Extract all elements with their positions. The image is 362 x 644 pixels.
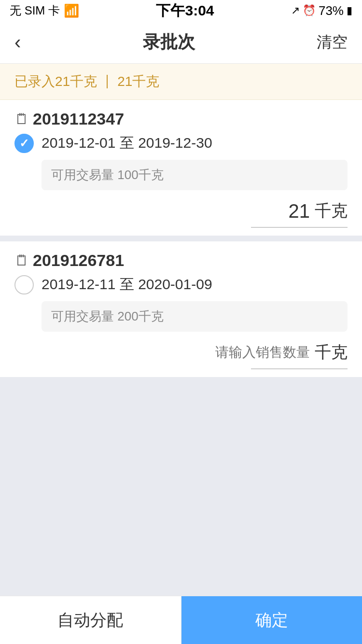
clear-button[interactable]: 清空 (317, 32, 348, 53)
batch-1-amount-section: 千克 (0, 190, 362, 236)
batch-2-icon: 🗒 (14, 252, 29, 269)
alarm-icon: ⏰ (303, 4, 316, 17)
banner-divider (107, 75, 108, 88)
batch-1-date-row[interactable]: 2019-12-01 至 2019-12-30 (14, 133, 348, 153)
nav-bar: ‹ 录批次 清空 (0, 21, 362, 64)
status-bar: 无 SIM 卡 📶 下午3:04 ↗ ⏰ 73% ▮ (0, 0, 362, 21)
status-time: 下午3:04 (156, 1, 214, 21)
batch-2-unit: 千克 (315, 341, 348, 364)
status-left: 无 SIM 卡 📶 (10, 3, 79, 18)
batch-1-header: 🗒 2019112347 (14, 110, 348, 128)
batch-1-unit: 千克 (315, 200, 348, 222)
sim-text: 无 SIM 卡 (10, 3, 60, 18)
batch-1-amount-row: 千克 (0, 190, 362, 227)
battery-icon: ▮ (347, 4, 352, 17)
confirm-button[interactable]: 确定 (181, 596, 362, 644)
batch-item-2: 🗒 2019126781 2019-12-11 至 2020-01-09 可用交… (0, 241, 362, 332)
batch-item-1: 🗒 2019112347 2019-12-01 至 2019-12-30 可用交… (0, 100, 362, 190)
batch-2-id: 2019126781 (33, 251, 124, 270)
section-divider-1 (0, 236, 362, 241)
status-right: ↗ ⏰ 73% ▮ (291, 3, 352, 18)
wifi-icon: 📶 (64, 3, 79, 18)
batch-1-date: 2019-12-01 至 2019-12-30 (42, 133, 212, 153)
batch-2-amount-section: 千克 (0, 332, 362, 377)
batch-1-id: 2019112347 (33, 110, 124, 128)
batch-2-amount-row: 千克 (0, 332, 362, 368)
page-title: 录批次 (143, 30, 195, 54)
empty-space (0, 383, 362, 600)
bottom-bar: 自动分配 确定 (0, 596, 362, 644)
recorded-amount: 已录入21千克 (14, 72, 97, 91)
back-button[interactable]: ‹ (14, 31, 21, 53)
batch-1-icon: 🗒 (14, 111, 29, 127)
batch-1-radio[interactable] (14, 134, 34, 153)
location-icon: ↗ (291, 4, 300, 17)
batch-1-underline (251, 227, 348, 228)
section-divider-2 (0, 377, 362, 383)
batch-2-qty: 可用交易量 200千克 (42, 301, 348, 332)
auto-distribute-button[interactable]: 自动分配 (0, 596, 181, 644)
total-amount: 21千克 (117, 72, 159, 91)
info-banner: 已录入21千克 21千克 (0, 64, 362, 100)
batch-2-amount-input[interactable] (165, 345, 310, 360)
batch-2-radio[interactable] (14, 275, 34, 294)
batch-2-header: 🗒 2019126781 (14, 251, 348, 270)
batch-2-date: 2019-12-11 至 2020-01-09 (42, 275, 212, 294)
batch-1-qty: 可用交易量 100千克 (42, 160, 348, 190)
battery-text: 73% (319, 3, 344, 18)
batch-1-amount-input[interactable] (252, 200, 310, 222)
batch-2-underline (251, 368, 348, 369)
batch-2-date-row[interactable]: 2019-12-11 至 2020-01-09 (14, 275, 348, 294)
